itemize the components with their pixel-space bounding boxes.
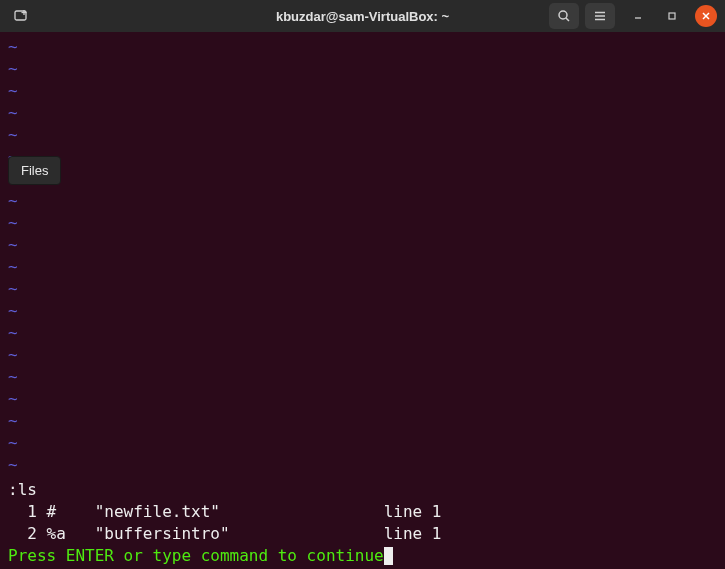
titlebar-right-group <box>549 3 717 29</box>
vim-command-area: :ls 1 # "newfile.txt" line 1 2 %a "buffe… <box>8 479 717 567</box>
vim-tilde-line: ~ <box>8 190 717 212</box>
close-button[interactable] <box>695 5 717 27</box>
titlebar-left-group <box>8 4 34 28</box>
vim-tilde-line: ~ <box>8 366 717 388</box>
vim-tilde-line: ~ <box>8 322 717 344</box>
vim-tilde-line: ~ <box>8 300 717 322</box>
vim-buffer-entry: 2 %a "buffersintro" line 1 <box>8 523 717 545</box>
vim-command-line: :ls <box>8 479 717 501</box>
vim-tilde-line: ~ <box>8 80 717 102</box>
vim-tilde-line: ~ <box>8 58 717 80</box>
maximize-icon <box>667 11 677 21</box>
vim-tilde-line: ~ <box>8 234 717 256</box>
minimize-icon <box>633 11 643 21</box>
vim-prompt-text: Press ENTER or type command to continue <box>8 545 384 567</box>
vim-tilde-line: ~ <box>8 146 717 168</box>
vim-tilde-line: ~ <box>8 212 717 234</box>
new-tab-icon <box>13 8 29 24</box>
close-icon <box>701 11 711 21</box>
search-icon <box>557 9 571 23</box>
minimize-button[interactable] <box>627 5 649 27</box>
vim-buffer-entry: 1 # "newfile.txt" line 1 <box>8 501 717 523</box>
vim-tilde-line: ~ <box>8 168 717 190</box>
cursor <box>384 547 393 565</box>
svg-point-3 <box>559 11 567 19</box>
vim-tilde-line: ~ <box>8 278 717 300</box>
vim-tilde-line: ~ <box>8 344 717 366</box>
vim-tilde-line: ~ <box>8 410 717 432</box>
vim-tilde-line: ~ <box>8 432 717 454</box>
vim-tilde-line: ~ <box>8 256 717 278</box>
vim-prompt-line: Press ENTER or type command to continue <box>8 545 717 567</box>
maximize-button[interactable] <box>661 5 683 27</box>
search-button[interactable] <box>549 3 579 29</box>
hamburger-icon <box>593 9 607 23</box>
terminal-content[interactable]: ~~~~~~~~~~~~~~~~~~~~ :ls 1 # "newfile.tx… <box>0 32 725 569</box>
svg-rect-9 <box>669 13 675 19</box>
vim-tilde-line: ~ <box>8 388 717 410</box>
window-titlebar: kbuzdar@sam-VirtualBox: ~ <box>0 0 725 32</box>
menu-button[interactable] <box>585 3 615 29</box>
window-title: kbuzdar@sam-VirtualBox: ~ <box>276 9 449 24</box>
vim-tilde-line: ~ <box>8 36 717 58</box>
vim-empty-lines: ~~~~~~~~~~~~~~~~~~~~ <box>8 36 717 476</box>
vim-buffer-list: 1 # "newfile.txt" line 1 2 %a "buffersin… <box>8 501 717 545</box>
vim-tilde-line: ~ <box>8 454 717 476</box>
vim-tilde-line: ~ <box>8 102 717 124</box>
svg-line-4 <box>566 18 569 21</box>
files-tooltip: Files <box>8 156 61 185</box>
new-tab-button[interactable] <box>8 4 34 28</box>
vim-tilde-line: ~ <box>8 124 717 146</box>
